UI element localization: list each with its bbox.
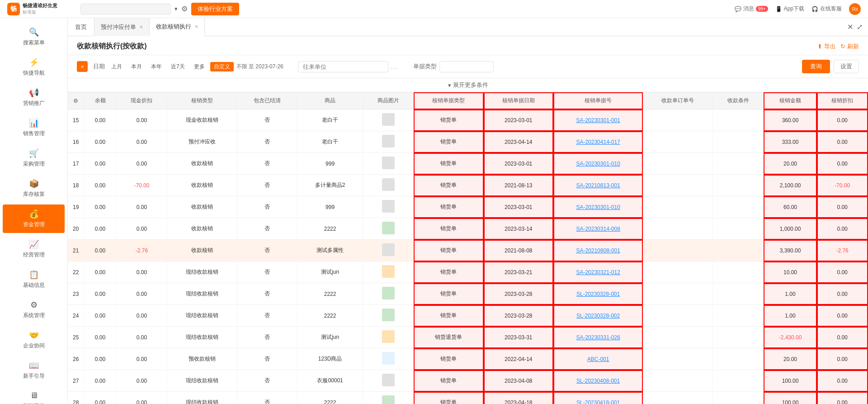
cell-receipt-order-no: [643, 370, 712, 392]
cell-write-off-no[interactable]: SL-20230328-002: [553, 305, 643, 327]
export-btn[interactable]: ⬆ 导出: [817, 43, 836, 51]
cell-write-off-no[interactable]: SA-20230314-008: [553, 218, 643, 240]
cell-id: 16: [68, 131, 84, 153]
main-content: 首页 预付冲应付单 × 收款核销执行 × ✕ ⤢ 收款核销执行(按收款): [68, 18, 868, 404]
expand-conditions-btn[interactable]: ▾ 展开更多条件: [448, 81, 488, 89]
cell-write-off-no[interactable]: SA-20230301-010: [553, 153, 643, 175]
filter-toggle-btn[interactable]: »: [77, 61, 88, 72]
th-gear[interactable]: ⚙: [68, 92, 84, 109]
cell-write-off-no[interactable]: SL-20230408-001: [553, 370, 643, 392]
bill-type-filter-group: 单据类型: [413, 61, 494, 72]
cell-write-off-bill-type: 销货单: [414, 392, 483, 404]
message-btn[interactable]: 💬 消息 99+: [735, 5, 768, 13]
last-month-btn[interactable]: 上月: [108, 62, 126, 71]
cell-balance: 0.00: [84, 305, 116, 327]
more-date-btn[interactable]: 更多: [190, 62, 208, 71]
filter-setting-btn[interactable]: 设置: [834, 60, 859, 73]
tab-prepay-close[interactable]: ×: [140, 24, 143, 30]
app-download-btn[interactable]: 📱 App下载: [775, 5, 804, 13]
sidebar-item-采购管理[interactable]: 🛒采购管理: [3, 144, 65, 172]
settings-btn[interactable]: ⚙: [181, 5, 188, 13]
source-unit-input[interactable]: [298, 61, 388, 72]
cell-balance: 0.00: [84, 392, 116, 404]
cell-product-img: [363, 175, 414, 196]
cell-write-off-no[interactable]: SA-20230301-001: [553, 109, 643, 131]
cell-write-off-no[interactable]: SA-20210808-001: [553, 240, 643, 261]
cell-write-off-type: 收款核销: [167, 218, 237, 240]
sidebar-item-库存核算[interactable]: 📦库存核算: [3, 174, 65, 203]
last-7days-btn[interactable]: 近7天: [167, 62, 189, 71]
tab-receipt-writeoff-close[interactable]: ×: [195, 24, 198, 30]
table-row: 22 0.00 0.00 现结收款核销 否 测试jun 销货单 2023-03-…: [68, 261, 868, 283]
sidebar-item-系统管理[interactable]: ⚙系统管理: [3, 295, 65, 324]
th-receipt-order-no: 收款单订单号: [643, 92, 712, 109]
tab-prepay[interactable]: 预付冲应付单 ×: [94, 18, 150, 36]
expand-icon: ▾: [448, 82, 451, 89]
maximize-window-btn[interactable]: ⤢: [857, 23, 863, 31]
cell-write-off-type: 预收款核销: [167, 348, 237, 370]
cell-write-off-amount: 3,390.00: [764, 240, 816, 261]
table-body: 15 0.00 0.00 现金收款核销 否 老白干 销货单 2023-03-01…: [68, 109, 868, 404]
cell-receipt-condition: [713, 392, 764, 404]
cell-receipt-order-no: [643, 109, 712, 131]
cell-write-off-date: 2021-08-08: [484, 240, 553, 261]
sidebar-item-经营管理[interactable]: 📈经营管理: [3, 235, 65, 263]
cell-write-off-no[interactable]: SA-20210813-001: [553, 175, 643, 196]
th-balance: 余额: [84, 92, 116, 109]
cell-write-off-no[interactable]: SA-20230414-017: [553, 131, 643, 153]
dropdown-btn[interactable]: ▾: [175, 5, 178, 12]
cell-receipt-order-no: [643, 240, 712, 261]
cell-include-settled: 否: [237, 175, 297, 196]
cell-write-off-no[interactable]: SA-20230301-010: [553, 196, 643, 218]
sidebar-item-营销推广[interactable]: 📢营销推广: [3, 83, 65, 112]
sidebar: 🔍搜索菜单⚡快捷导航📢营销推广📊销售管理🛒采购管理📦库存核算💰资金管理📈经营管理…: [0, 18, 68, 404]
cell-write-off-amount: 1,000.00: [764, 218, 816, 240]
user-avatar[interactable]: Rit: [849, 3, 861, 15]
sidebar-item-智能硬件[interactable]: 🖥智能硬件: [3, 386, 65, 404]
cell-write-off-discount: 0.00: [817, 348, 868, 370]
this-year-btn[interactable]: 本年: [147, 62, 165, 71]
cell-balance: 0.00: [84, 131, 116, 153]
sidebar-item-基础信息[interactable]: 📋基础信息: [3, 265, 65, 294]
cell-write-off-date: 2023-03-28: [484, 305, 553, 327]
service-icon: 🎧: [811, 6, 818, 12]
sidebar-item-销售管理[interactable]: 📊销售管理: [3, 114, 65, 142]
cell-write-off-no[interactable]: SA-20230331-026: [553, 327, 643, 348]
sidebar-item-新手引导[interactable]: 📖新手引导: [3, 356, 65, 385]
cell-write-off-bill-type: 销货单: [414, 109, 483, 131]
cell-write-off-type: 现金收款核销: [167, 109, 237, 131]
th-write-off-date: 核销单据日期: [484, 92, 553, 109]
sidebar-item-搜索菜单[interactable]: 🔍搜索菜单: [3, 23, 65, 51]
this-month-btn[interactable]: 本月: [127, 62, 146, 71]
cell-include-settled: 否: [237, 240, 297, 261]
cell-product-img: [363, 305, 414, 327]
cell-write-off-type: 收款核销: [167, 175, 237, 196]
cell-write-off-type: 现结收款核销: [167, 305, 237, 327]
online-service-btn[interactable]: 🎧 在线客服: [811, 5, 842, 13]
cell-receipt-condition: [713, 261, 764, 283]
cell-id: 21: [68, 240, 84, 261]
tab-receipt-writeoff-label: 收款核销执行: [156, 23, 191, 31]
search-input[interactable]: [80, 4, 171, 14]
page-content: 收款核销执行(按收款) ⬆ 导出 ↻ 刷新 » 日期: [68, 36, 868, 404]
cell-write-off-no[interactable]: SL-20230418-001: [553, 392, 643, 404]
industry-solution-btn[interactable]: 体验行业方案: [191, 3, 239, 15]
cell-cash-discount: -70.00: [116, 175, 167, 196]
tab-receipt-writeoff[interactable]: 收款核销执行 ×: [150, 18, 205, 36]
sidebar-item-资金管理[interactable]: 💰资金管理: [3, 204, 65, 233]
custom-date-btn[interactable]: 自定义: [210, 62, 234, 71]
table-row: 26 0.00 0.00 预收款核销 否 123D商品 销货单 2022-04-…: [68, 348, 868, 370]
tab-home[interactable]: 首页: [68, 18, 94, 36]
refresh-btn[interactable]: ↻ 刷新: [840, 43, 859, 51]
bill-type-select[interactable]: [439, 61, 494, 72]
cell-write-off-bill-type: 销货单: [414, 305, 483, 327]
sidebar-item-企业协同[interactable]: 🤝企业协同: [3, 326, 65, 354]
message-badge: 99+: [756, 6, 768, 12]
cell-write-off-no[interactable]: SA-20230321-012: [553, 261, 643, 283]
query-btn[interactable]: 查询: [802, 60, 830, 73]
cell-write-off-no[interactable]: ABC-001: [553, 348, 643, 370]
cell-write-off-no[interactable]: SL-20230328-001: [553, 283, 643, 305]
sidebar-item-快捷导航[interactable]: ⚡快捷导航: [3, 53, 65, 81]
close-window-btn[interactable]: ✕: [847, 23, 853, 31]
logo-text: 畅捷通谁好生意: [23, 2, 57, 9]
